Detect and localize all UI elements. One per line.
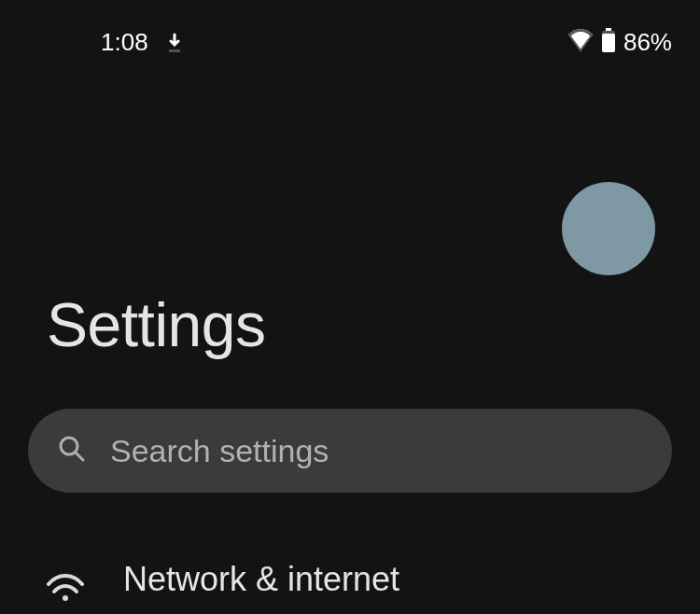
- svg-rect-0: [169, 49, 180, 52]
- svg-rect-3: [602, 34, 615, 52]
- status-right: 86%: [567, 28, 672, 57]
- svg-point-6: [63, 595, 68, 601]
- list-item-network[interactable]: Network & internet: [0, 551, 700, 608]
- search-bar[interactable]: Search settings: [28, 409, 672, 493]
- battery-percent: 86%: [623, 28, 672, 57]
- wifi-icon: [567, 29, 594, 55]
- battery-icon: [601, 28, 616, 56]
- wifi-icon: [47, 551, 123, 608]
- svg-rect-1: [606, 28, 611, 31]
- status-bar: 1:08 86%: [0, 0, 700, 65]
- avatar[interactable]: [562, 182, 655, 275]
- search-icon: [58, 435, 110, 467]
- download-icon: [165, 33, 184, 53]
- page-title: Settings: [0, 289, 700, 360]
- list-item-label: Network & internet: [123, 560, 399, 599]
- search-placeholder: Search settings: [110, 433, 329, 469]
- svg-line-5: [76, 453, 83, 460]
- status-left: 1:08: [28, 28, 184, 57]
- status-time: 1:08: [101, 28, 148, 57]
